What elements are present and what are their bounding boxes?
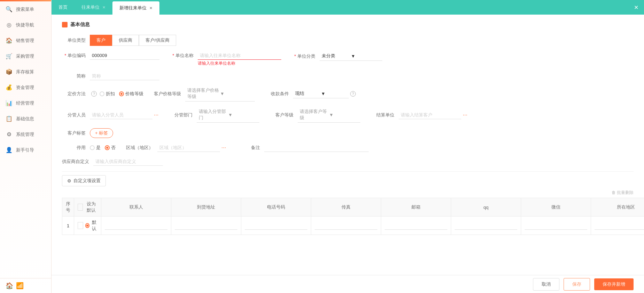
cell-email[interactable]	[381, 217, 451, 235]
tab-partners-close[interactable]: ✕	[102, 5, 105, 10]
btn-supplier[interactable]: 供应商	[112, 35, 139, 46]
col-default: 设为默认	[74, 198, 101, 217]
sidebar-item-operations[interactable]: 📊 经营管理	[0, 95, 51, 111]
form-row-manager: 分管人员 ··· 分管部门 请输入分管部门 ▼ 客户等级 请选择客户等级 ▼ 结…	[62, 107, 634, 123]
manager-ellipsis[interactable]: ···	[154, 112, 158, 118]
btn-customer[interactable]: 客户	[90, 35, 112, 46]
tab-bar: 首页 往来单位 ✕ 新增往来单位 ✕ ✕	[52, 0, 644, 15]
unit-type-field: 单位类型 客户 供应商 客户/供应商	[62, 35, 176, 46]
unit-code-input[interactable]	[90, 51, 159, 60]
radio-discount-circle	[100, 91, 104, 96]
remark-label: 备注	[236, 145, 264, 151]
row-checkbox[interactable]	[78, 222, 83, 229]
remark-input[interactable]	[264, 144, 369, 152]
sidebar-item-finance[interactable]: 💰 资金管理	[0, 80, 51, 95]
cell-address[interactable]	[171, 217, 241, 235]
tab-partners[interactable]: 往来单位 ✕	[74, 0, 112, 15]
sidebar-item-system[interactable]: ⚙ 系统管理	[0, 127, 51, 142]
unit-category-select[interactable]: 未分类 ▼	[320, 51, 382, 61]
radio-yes-circle	[90, 145, 95, 150]
payment-hint-icon[interactable]: ?	[350, 91, 356, 97]
customer-level-select[interactable]: 请选择客户等级 ▼	[298, 107, 360, 123]
customer-level-field: 客户等级 请选择客户等级 ▼	[270, 107, 360, 123]
default-radio[interactable]: 默认	[85, 219, 97, 232]
sales-icon: 🏠	[6, 37, 13, 44]
sidebar: 🔍 搜索菜单 ◎ 快捷导航 🏠 销售管理 🛒 采购管理 📦 库存核算 💰 资金管…	[0, 0, 52, 293]
window-close-icon[interactable]: ✕	[634, 4, 638, 11]
settlement-unit-input[interactable]	[399, 111, 461, 119]
tab-new-partner[interactable]: 新增往来单位 ✕	[112, 1, 159, 15]
unit-name-error: 请输入往来单位名称	[198, 60, 235, 66]
manager-input[interactable]	[90, 111, 152, 119]
basic-icon: 📋	[6, 115, 13, 122]
sidebar-item-sales[interactable]: 🏠 销售管理	[0, 33, 51, 48]
form-row-codes: 单位编码 单位名称 请输入往来单位名称 单位分类 未分类 ▼	[62, 51, 634, 66]
divider-1	[62, 171, 634, 172]
short-name-input[interactable]	[90, 72, 159, 80]
region-label: 区域（地区）	[126, 145, 157, 151]
settings-gear-icon: ⚙	[67, 178, 71, 184]
unit-name-field: 单位名称 请输入往来单位名称	[170, 51, 281, 66]
cell-fax[interactable]	[311, 217, 381, 235]
supplier-custom-field: 供应商自定义	[62, 157, 163, 166]
unit-name-input[interactable]	[198, 51, 281, 60]
tab-home[interactable]: 首页	[52, 0, 74, 15]
cell-region[interactable]	[591, 217, 644, 235]
col-qq: qq	[451, 198, 521, 217]
select-all-checkbox[interactable]	[78, 204, 83, 211]
sidebar-item-basic[interactable]: 📋 基础信息	[0, 111, 51, 127]
department-field: 分管部门 请输入分管部门 ▼	[169, 107, 259, 123]
sidebar-item-purchase[interactable]: 🛒 采购管理	[0, 48, 51, 64]
save-button[interactable]: 保存	[564, 278, 590, 291]
add-tag-button[interactable]: + 标签	[90, 128, 113, 138]
radio-price-level[interactable]: 价格等级	[119, 91, 143, 97]
radio-no-circle	[105, 145, 110, 150]
pricing-method-label: 定价方法	[62, 91, 90, 97]
cell-contact[interactable]	[101, 217, 171, 235]
supplier-custom-input[interactable]	[93, 157, 163, 166]
pricing-hint-icon[interactable]: ?	[91, 91, 97, 97]
btn-both[interactable]: 客户/供应商	[139, 35, 176, 46]
col-fax: 传真	[311, 198, 381, 217]
customer-price-select[interactable]: 请选择客户价格等级 ▼	[185, 86, 255, 101]
unit-category-chevron: ▼	[351, 54, 380, 59]
sidebar-item-quicknav[interactable]: ◎ 快捷导航	[0, 17, 51, 33]
payment-terms-select[interactable]: 现结 ▼	[293, 89, 349, 98]
contacts-table: 序号 设为默认 联系人 到货地址 电话号码 传真 邮箱 qq 微信 所在地区	[62, 198, 644, 235]
sidebar-item-guide[interactable]: 👤 新手引导	[0, 142, 51, 158]
cell-qq[interactable]	[451, 217, 521, 235]
bottom-bar: 取消 保存 保存并新增	[52, 275, 644, 293]
form-row-tags: 客户标签 + 标签	[62, 128, 634, 138]
save-new-button[interactable]: 保存并新增	[594, 278, 634, 290]
custom-settings-button[interactable]: ⚙ 自定义项设置	[62, 175, 106, 186]
radio-discount[interactable]: 折扣	[100, 91, 115, 97]
department-select[interactable]: 请输入分管部门 ▼	[197, 107, 259, 123]
payment-terms-field: 收款条件 现结 ▼ ?	[265, 89, 356, 98]
manager-label: 分管人员	[62, 112, 90, 118]
short-name-label: 简称	[62, 73, 90, 79]
sidebar-item-search[interactable]: 🔍 搜索菜单	[0, 1, 51, 17]
settlement-ellipsis[interactable]: ···	[463, 112, 467, 118]
radio-no[interactable]: 否	[105, 145, 116, 151]
operations-icon: 📊	[6, 100, 13, 106]
disabled-field: 停用 是 否	[62, 145, 116, 151]
batch-delete-icon: 🗑	[612, 190, 616, 195]
region-ellipsis[interactable]: ···	[221, 145, 226, 151]
supplier-custom-label: 供应商自定义	[62, 158, 93, 165]
region-input[interactable]	[157, 144, 220, 152]
tab-new-partner-close[interactable]: ✕	[149, 6, 152, 10]
cell-wechat[interactable]	[521, 217, 591, 235]
batch-delete-area: 🗑 批量删除	[62, 190, 634, 196]
inventory-icon: 📦	[6, 68, 13, 75]
col-region: 所在地区	[591, 198, 644, 217]
page-content: 基本信息 单位类型 客户 供应商 客户/供应商 单位编码 单位名称	[52, 15, 644, 275]
signal-icon[interactable]: 📶	[16, 282, 24, 290]
sidebar-item-inventory[interactable]: 📦 库存核算	[0, 64, 51, 80]
pricing-method-field: 定价方法 ? 折扣 价格等级	[62, 91, 143, 97]
region-field: 区域（地区） ···	[126, 144, 226, 152]
cancel-button[interactable]: 取消	[533, 278, 559, 291]
home-bottom-icon[interactable]: 🏠	[6, 282, 13, 290]
payment-terms-chevron: ▼	[321, 91, 347, 96]
radio-yes[interactable]: 是	[90, 145, 101, 151]
cell-phone[interactable]	[241, 217, 311, 235]
